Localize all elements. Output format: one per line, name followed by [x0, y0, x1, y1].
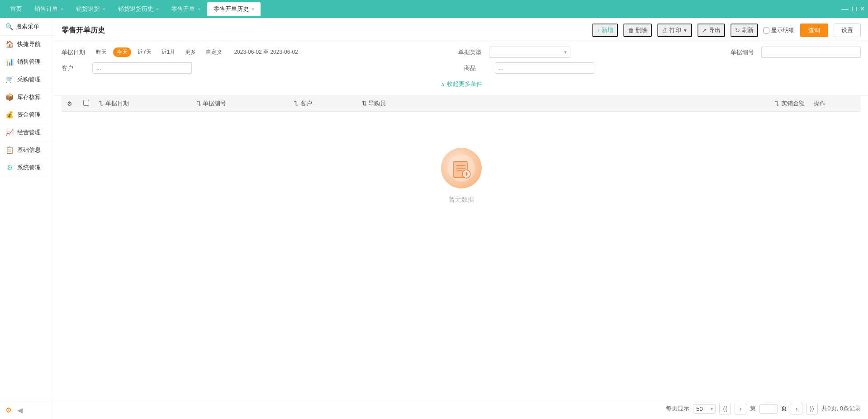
doc-no-input[interactable] [761, 47, 861, 58]
th-customer-label: ⇅ 客户 [294, 100, 312, 107]
sidebar-item-finance-label: 资金管理 [17, 111, 41, 119]
export-button[interactable]: ↗ 导出 [697, 24, 725, 37]
tab-sales-return-history-label: 销货退货历史 [118, 5, 153, 13]
product-input[interactable] [495, 62, 594, 74]
collapse-trigger[interactable]: ∧ 收起更多条件 [62, 78, 861, 90]
per-page-label: 每页显示 [666, 405, 689, 413]
page-title: 零售开单历史 [62, 26, 105, 35]
sidebar-item-system[interactable]: ⚙ 系统管理 [0, 159, 54, 177]
th-empty-space [440, 96, 711, 112]
sidebar-item-finance[interactable]: 💰 资金管理 [0, 106, 54, 124]
tab-sales-return-history[interactable]: 销货退货历史 × [112, 2, 165, 16]
th-settings[interactable]: ⚙ [62, 96, 78, 112]
date-range-display: 2023-06-02 至 2023-06-02 [234, 48, 298, 56]
sidebar-item-quick-nav[interactable]: 🏠 快捷导航 [0, 36, 54, 53]
delete-label: 删除 [636, 26, 647, 34]
basic-info-icon: 📋 [5, 146, 14, 154]
maximize-button[interactable]: □ [852, 5, 857, 13]
finance-icon: 💰 [5, 111, 14, 119]
tab-retail-order-close[interactable]: × [198, 6, 200, 12]
doc-type-select[interactable] [489, 47, 570, 58]
first-page-button[interactable]: ⟨⟨ [719, 403, 731, 414]
sidebar-search[interactable]: 🔍 搜索采单 [0, 18, 54, 36]
table-container: ⚙ ⇅ 单据日期 ⇅ 单据编号 ⇅ 客户 [54, 96, 868, 398]
th-actual-amount-label: ⇅ 实销金额 [774, 100, 805, 107]
th-operation: 操作 [809, 96, 861, 112]
date-custom[interactable]: 自定义 [202, 47, 226, 57]
th-check[interactable] [78, 96, 94, 112]
th-salesperson-label: ⇅ 导购员 [362, 100, 386, 107]
show-detail-checkbox[interactable]: 显示明细 [764, 26, 795, 34]
customer-input[interactable] [92, 62, 192, 74]
th-actual-amount[interactable]: ⇅ 实销金额 [711, 96, 809, 112]
sidebar-item-sales[interactable]: 📊 销售管理 [0, 53, 54, 71]
page-number-input[interactable]: 1 [759, 404, 778, 414]
print-button[interactable]: 🖨 打印 ▼ [657, 24, 692, 37]
tab-sales-return-history-close[interactable]: × [156, 6, 159, 12]
sidebar-item-inventory[interactable]: 📦 库存核算 [0, 89, 54, 106]
th-doc-date-label: ⇅ 单据日期 [99, 100, 129, 107]
sidebar-item-purchase-label: 采购管理 [17, 75, 41, 84]
query-button[interactable]: 查询 [800, 24, 828, 37]
header-actions: + 新增 🗑 删除 🖨 打印 ▼ ↗ 导出 ↻ 刷新 [592, 24, 861, 37]
collapse-icon[interactable]: ◀ [17, 406, 23, 414]
export-label: 导出 [709, 26, 721, 34]
date-yesterday[interactable]: 昨天 [92, 47, 110, 57]
add-button[interactable]: + 新增 [592, 24, 618, 37]
th-doc-no[interactable]: ⇅ 单据编号 [192, 96, 289, 112]
date-label: 单据日期 [62, 48, 87, 56]
date-7days[interactable]: 近7天 [134, 47, 155, 57]
sidebar-item-operations-label: 经营管理 [17, 128, 41, 137]
sidebar-item-basic-info[interactable]: 📋 基础信息 [0, 141, 54, 159]
print-icon: 🖨 [662, 27, 668, 34]
date-today[interactable]: 今天 [113, 47, 131, 57]
system-icon: ⚙ [5, 164, 14, 172]
minimize-button[interactable]: — [841, 5, 849, 13]
refresh-button[interactable]: ↻ 刷新 [730, 24, 758, 37]
tab-home[interactable]: 首页 [4, 2, 28, 16]
settings-col-icon[interactable]: ⚙ [67, 100, 72, 107]
sidebar-item-purchase[interactable]: 🛒 采购管理 [0, 71, 54, 89]
tab-sales-return-label: 销货退货 [76, 5, 100, 13]
date-1month[interactable]: 近1月 [158, 47, 179, 57]
tab-sales-return[interactable]: 销货退货 × [70, 2, 111, 16]
sidebar-item-sales-label: 销售管理 [17, 58, 41, 66]
doc-type-select-wrapper: ▼ [489, 47, 570, 58]
collapse-icon-up: ∧ [441, 81, 445, 88]
per-page-select[interactable]: 10 20 50 100 [693, 404, 716, 414]
empty-text: 暂无数据 [449, 196, 474, 204]
empty-area: 暂无数据 [62, 112, 861, 240]
settings-gear-icon[interactable]: ⚙ [5, 406, 12, 414]
tab-home-label: 首页 [10, 5, 22, 13]
window-close-button[interactable]: × [860, 5, 864, 13]
tab-retail-history-close[interactable]: × [251, 6, 254, 12]
empty-svg [446, 152, 477, 184]
tab-retail-history[interactable]: 零售开单历史 × [207, 2, 261, 16]
th-salesperson[interactable]: ⇅ 导购员 [357, 96, 440, 112]
doc-type-label: 单据类型 [458, 48, 484, 56]
tab-retail-order[interactable]: 零售开单 × [165, 2, 207, 16]
sidebar-item-operations[interactable]: 📈 经营管理 [0, 124, 54, 141]
tab-sales-order-close[interactable]: × [61, 6, 63, 12]
th-customer[interactable]: ⇅ 客户 [289, 96, 357, 112]
inventory-icon: 📦 [5, 93, 14, 101]
select-all-checkbox[interactable] [83, 100, 89, 106]
date-more[interactable]: 更多 [181, 47, 199, 57]
delete-icon: 🗑 [628, 27, 634, 34]
window-controls: — □ × [841, 5, 864, 13]
sidebar-item-system-label: 系统管理 [17, 164, 41, 172]
page-label-before: 第 [750, 405, 756, 413]
sidebar-bottom: ⚙ ◀ [0, 401, 54, 419]
tab-sales-order[interactable]: 销售订单 × [28, 2, 70, 16]
show-detail-input[interactable] [764, 28, 769, 33]
th-doc-date[interactable]: ⇅ 单据日期 [94, 96, 192, 112]
filter-settings-button[interactable]: 设置 [834, 24, 861, 37]
sidebar-item-quick-nav-label: 快捷导航 [17, 40, 41, 48]
search-icon: 🔍 [5, 23, 13, 30]
prev-page-button[interactable]: ‹ [735, 403, 746, 414]
delete-button[interactable]: 🗑 删除 [623, 24, 652, 37]
last-page-button[interactable]: ⟩⟩ [806, 403, 818, 414]
next-page-button[interactable]: › [791, 403, 802, 414]
tab-sales-return-close[interactable]: × [102, 6, 105, 12]
content-area: 零售开单历史 + 新增 🗑 删除 🖨 打印 ▼ ↗ 导出 ↻ [54, 18, 868, 419]
